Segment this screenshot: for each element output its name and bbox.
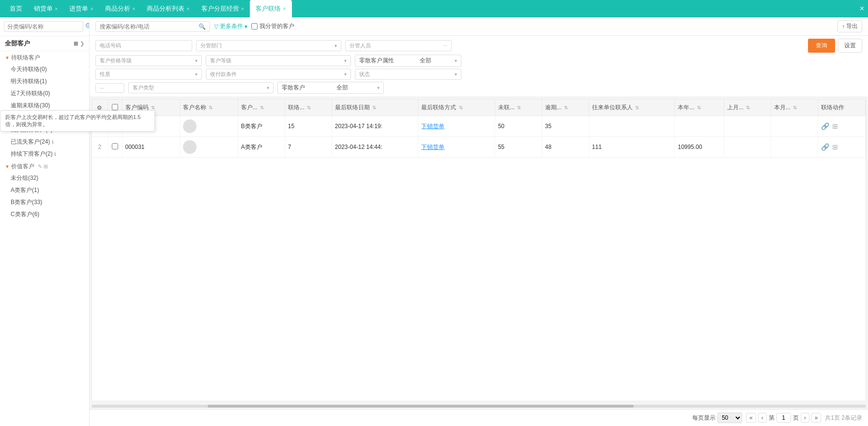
- product-analysis-list-label: 商品分析列表: [147, 0, 184, 17]
- pending-contact-label: 待联络客户: [11, 54, 40, 62]
- sort-date[interactable]: ⇅: [372, 105, 376, 110]
- sort-method[interactable]: ⇅: [459, 105, 463, 110]
- filter-row-3: 性质 ▾ 收付款条件 ▾ 状态 ▾: [95, 69, 862, 80]
- row1-grid-icon[interactable]: ⊞: [832, 122, 838, 130]
- nav-product-analysis-list[interactable]: 商品分析列表 ×: [141, 0, 195, 17]
- status-field[interactable]: 状态 ▾: [355, 69, 461, 80]
- sort-contact[interactable]: ⇅: [307, 105, 311, 110]
- sort-this-year[interactable]: ⇅: [697, 105, 701, 110]
- grid-icon[interactable]: ⊞: [74, 41, 78, 47]
- window-close-button[interactable]: ×: [860, 4, 864, 13]
- sidebar: 🔍 全部客户 ⊞ ❯ ▼ 待联络客户 今天待联络(0) 明天待联络(1) 近7天…: [0, 17, 90, 426]
- price-level-field[interactable]: 客户价格等级 ▾: [95, 55, 202, 66]
- row2-link-icon[interactable]: 🔗: [821, 143, 829, 151]
- sidebar-item-unclassified[interactable]: 未分组(32): [0, 172, 89, 184]
- sidebar-search-icon[interactable]: 🔍: [85, 23, 90, 30]
- sort-uncontacted[interactable]: ⇅: [517, 105, 521, 110]
- copy-icon[interactable]: ⊞: [44, 163, 48, 170]
- phone-field[interactable]: 电话号码: [95, 40, 192, 51]
- sidebar-item-class-c[interactable]: C类客户(6): [0, 208, 89, 220]
- sort-overdue[interactable]: ⇅: [564, 105, 568, 110]
- nav-customer-seg-close[interactable]: ×: [241, 0, 244, 17]
- query-button[interactable]: 查询: [808, 39, 835, 53]
- sidebar-item-7days[interactable]: 近7天待联络(0): [0, 88, 89, 100]
- col-unit-contact: 往来单位联系人 ⇅: [589, 100, 674, 116]
- row2-actions: 🔗 ⊞: [818, 137, 865, 158]
- person-field[interactable]: 分管人员 ···: [345, 40, 452, 51]
- customer-level-field[interactable]: 客户等级 ▾: [206, 55, 351, 66]
- row2-check[interactable]: [107, 137, 122, 158]
- row2-method-link[interactable]: 下销货单: [421, 144, 444, 150]
- nav-sales-order[interactable]: 销货单 ×: [28, 0, 63, 17]
- customer-type-field[interactable]: 客户类型 ▾: [128, 82, 274, 93]
- col-last-contact-date: 最后联络日期 ⇅: [332, 100, 418, 116]
- customer-seg-label: 客户分层经营: [201, 0, 239, 17]
- nav-product-analysis[interactable]: 商品分析 ×: [99, 0, 141, 17]
- row2-checkbox[interactable]: [112, 143, 118, 149]
- value-triangle-icon: ▼: [5, 164, 10, 169]
- last-page-btn[interactable]: »: [811, 413, 822, 423]
- all-customers-label: 全部客户: [5, 39, 30, 48]
- row1-method-link[interactable]: 下销货单: [421, 123, 444, 130]
- department-field[interactable]: 分管部门 ▾: [196, 40, 341, 51]
- row2-type: A类客户: [238, 137, 285, 158]
- all-customers-header: 全部客户 ⊞ ❯: [0, 36, 89, 51]
- edit-icon[interactable]: ✎: [38, 163, 42, 170]
- per-page-select[interactable]: 50 100 200: [717, 412, 742, 423]
- nav-product-list-close[interactable]: ×: [186, 0, 189, 17]
- prev-page-btn[interactable]: ‹: [758, 413, 767, 423]
- scatter-customer-field[interactable]: 零散客户 全部 ▾: [277, 82, 384, 94]
- export-button[interactable]: ↑ 导出: [838, 20, 862, 32]
- payment-field[interactable]: 收付款条件 ▾: [206, 69, 351, 80]
- nav-customer-contact-close[interactable]: ×: [283, 0, 286, 17]
- row1-link-icon[interactable]: 🔗: [821, 122, 829, 130]
- sidebar-item-tomorrow[interactable]: 明天待联络(1): [0, 75, 89, 88]
- more-conditions-btn[interactable]: ▽ 更多条件 ▾: [214, 22, 247, 30]
- first-page-btn[interactable]: «: [746, 413, 756, 423]
- settings-button[interactable]: 设置: [838, 39, 862, 53]
- collapse-icon[interactable]: ❯: [80, 41, 84, 47]
- sidebar-item-class-b[interactable]: B类客户(33): [0, 196, 89, 208]
- data-table-container: ⚙ 客户编码 ⇅ 客户名称 ⇅ 客户... ⇅ 联络... ⇅ 最后联络日期 ⇅…: [91, 99, 866, 401]
- sort-last-month[interactable]: ⇅: [746, 105, 750, 110]
- horizontal-scrollbar[interactable]: [90, 403, 868, 409]
- sort-type[interactable]: ⇅: [260, 105, 264, 110]
- sort-this-month[interactable]: ⇅: [793, 105, 797, 110]
- sort-unit-contact[interactable]: ⇅: [635, 105, 639, 110]
- nav-sales-order-close[interactable]: ×: [55, 0, 58, 17]
- scatter-customer-static: 零散客户: [282, 84, 305, 92]
- main-search-icon[interactable]: 🔍: [198, 23, 206, 30]
- nav-product-analysis-close[interactable]: ×: [132, 0, 135, 17]
- row2-grid-icon[interactable]: ⊞: [832, 143, 838, 151]
- tooltip-text: 距客户上次交易时长，超过了此客户的平均交易周期的1.5倍，则视为异常。: [5, 114, 140, 127]
- scrollbar-thumb[interactable]: [208, 405, 634, 408]
- main-search-input[interactable]: [100, 23, 197, 30]
- sort-name[interactable]: ⇅: [209, 105, 213, 110]
- dots-field[interactable]: ···: [95, 83, 124, 93]
- pagination-bar: 每页显示 50 100 200 « ‹ 第 页 › » 共1页 2条记录: [90, 409, 868, 426]
- page-number-input[interactable]: [777, 413, 791, 423]
- scatter-attr-arrow: ▾: [455, 58, 457, 63]
- nav-home[interactable]: 首页: [4, 0, 28, 17]
- nav-customer-segmentation[interactable]: 客户分层经营 ×: [196, 0, 250, 17]
- next-page-btn[interactable]: ›: [801, 413, 809, 423]
- col-overdue: 逾期... ⇅: [542, 100, 589, 116]
- my-customers-checkbox[interactable]: [251, 23, 258, 29]
- sidebar-group-value-customers[interactable]: ▼ 价值客户 ✎ ⊞: [0, 160, 89, 172]
- scatter-attr-field[interactable]: 零散客户属性 全部 ▾: [355, 55, 461, 67]
- nature-field[interactable]: 性质 ▾: [95, 69, 202, 80]
- nav-purchase-close[interactable]: ×: [90, 0, 93, 17]
- nav-purchase-order[interactable]: 进货单 ×: [63, 0, 99, 17]
- sidebar-item-churned[interactable]: 已流失客户(24) ℹ: [0, 136, 89, 148]
- row1-type: B类客户: [238, 116, 285, 137]
- sidebar-item-declining[interactable]: 持续下滑客户(2) ℹ: [0, 148, 89, 160]
- sidebar-item-class-a[interactable]: A类客户(1): [0, 184, 89, 196]
- main-layout: 🔍 全部客户 ⊞ ❯ ▼ 待联络客户 今天待联络(0) 明天待联络(1) 近7天…: [0, 17, 868, 426]
- sidebar-item-today[interactable]: 今天待联络(0): [0, 63, 89, 75]
- row2-uncontacted: 55: [495, 137, 542, 158]
- select-all-checkbox[interactable]: [112, 104, 118, 110]
- sidebar-group-pending-contact[interactable]: ▼ 待联络客户: [0, 51, 89, 63]
- nav-customer-contact[interactable]: 客户联络 ×: [250, 0, 291, 17]
- sidebar-search-input[interactable]: [4, 21, 83, 32]
- sort-code[interactable]: ⇅: [151, 105, 155, 110]
